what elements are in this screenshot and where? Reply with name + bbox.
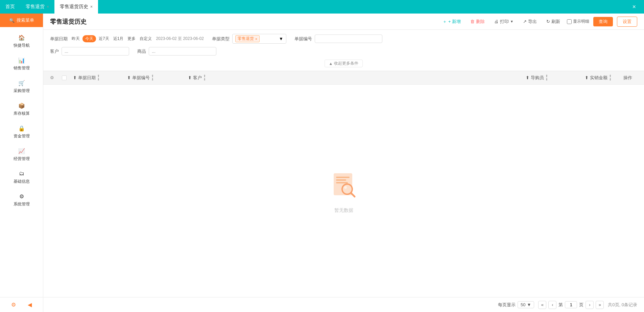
show-detail-label[interactable]: 显示明细 (567, 19, 589, 24)
query-button[interactable]: 查询 (593, 17, 613, 26)
select-all-checkbox[interactable] (62, 75, 67, 80)
refresh-label: 刷新 (551, 19, 560, 25)
refresh-button[interactable]: ↻ 刷新 (544, 17, 563, 26)
sidebar-item-basic-info[interactable]: 🗂 基础信息 (0, 166, 43, 188)
export-label: 导出 (528, 19, 537, 25)
sidebar-item-fund-mgmt[interactable]: 🔒 资金管理 (0, 120, 43, 143)
date-btn-today[interactable]: 今天 (82, 35, 96, 42)
filter-group-bill-type: 单据类型 零售退货 × ▼ (212, 34, 286, 44)
delete-label: 删除 (476, 19, 485, 25)
sidebar-item-sales-mgmt[interactable]: 📊 销售管理 (0, 52, 43, 75)
bill-no-input[interactable] (315, 35, 382, 43)
tab-bar: 首页 零售退货 × 零售退货历史 × (0, 0, 629, 14)
biz-mgmt-icon: 📈 (18, 147, 25, 155)
goods-label: 商品 (137, 48, 146, 54)
bill-type-select[interactable]: 零售退货 × ▼ (232, 34, 286, 44)
tab-retail-return-history-label: 零售退货历史 (60, 4, 88, 10)
filter-group-date: 单据日期 昨天 今天 近7天 近1月 更多 自定义 2023-06-02 至 2… (50, 35, 204, 42)
date-btn-more[interactable]: 更多 (126, 35, 137, 42)
fund-mgmt-icon: 🔒 (18, 125, 25, 132)
page-size-group: 每页显示 50 ▼ (498, 301, 534, 308)
collapse-button[interactable]: ▲ 收起更多条件 (325, 60, 363, 67)
page-word: 页 (579, 302, 583, 308)
first-page-btn[interactable]: « (538, 301, 546, 309)
sidebar-item-sys-mgmt[interactable]: ⚙ 系统管理 (0, 188, 43, 211)
search-icon: 🔍 (9, 18, 15, 23)
page-size-select[interactable]: 50 ▼ (518, 301, 534, 308)
sidebar-item-quick-nav[interactable]: 🏠 快捷导航 (0, 30, 43, 52)
table-settings-icon[interactable]: ⚙ (46, 75, 58, 80)
stock-calc-icon: 📦 (18, 102, 25, 109)
page-title: 零售退货历史 (50, 18, 87, 26)
show-detail-text: 显示明细 (573, 19, 589, 24)
bill-type-tag-close[interactable]: × (255, 37, 257, 41)
sidebar-items: 🏠 快捷导航 📊 销售管理 🛒 采购管理 📦 库存核算 🔒 资金管理 📈 (0, 27, 43, 297)
print-label: 打印 (500, 19, 509, 25)
sidebar-item-stock-calc[interactable]: 📦 库存核算 (0, 98, 43, 120)
set-button[interactable]: 设置 (617, 17, 637, 27)
date-btn-7days[interactable]: 近7天 (97, 35, 111, 42)
bill-no-label: 单据编号 (294, 36, 312, 42)
date-btn-yesterday[interactable]: 昨天 (70, 35, 81, 42)
delete-button[interactable]: 🗑 删除 (468, 17, 487, 26)
page-size-dropdown-icon: ▼ (527, 302, 531, 307)
prev-page-btn[interactable]: ‹ (548, 301, 556, 309)
collapse-footer-icon[interactable]: ◀ (28, 302, 32, 308)
date-quick-btns: 昨天 今天 近7天 近1月 更多 自定义 (70, 35, 153, 42)
sidebar-item-basic-info-label: 基础信息 (14, 179, 30, 184)
sidebar-item-sys-mgmt-label: 系统管理 (14, 201, 30, 207)
tab-home-label: 首页 (5, 4, 15, 10)
sidebar-item-biz-mgmt[interactable]: 📈 经营管理 (0, 143, 43, 166)
print-button[interactable]: 🖨 打印 ▼ (492, 17, 516, 26)
close-retail-return-tab[interactable]: × (47, 4, 49, 9)
close-retail-return-history-tab[interactable]: × (90, 4, 93, 9)
next-page-btn[interactable]: › (586, 301, 594, 309)
th-guide-label: ⬆ 导购员 (526, 75, 544, 81)
sidebar-item-purchase-mgmt-label: 采购管理 (14, 88, 30, 94)
top-bar: 首页 零售退货 × 零售退货历史 × × (0, 0, 644, 14)
svg-rect-1 (336, 177, 350, 178)
tab-retail-return-history[interactable]: 零售退货历史 × (54, 0, 98, 14)
th-guide-sort-icon: ⬆⬇ (545, 74, 548, 81)
th-amount[interactable]: ⬆ 实销金额 ⬆⬇ (574, 74, 614, 81)
customer-input[interactable] (62, 47, 129, 55)
settings-footer-icon[interactable]: ⚙ (11, 302, 16, 308)
print-icon: 🖨 (494, 19, 499, 24)
date-filter-label: 单据日期 (50, 36, 68, 42)
svg-rect-3 (336, 182, 348, 183)
empty-text: 暂无数据 (334, 207, 353, 214)
th-guide[interactable]: ⬆ 导购员 ⬆⬇ (523, 74, 574, 81)
sidebar-footer: ⚙ ◀ (0, 297, 43, 312)
plus-icon: ＋ (443, 19, 447, 25)
table-area: ⚙ ⬆ 单据日期 ⬆⬇ ⬆ 单据编号 ⬆⬇ ⬆ 客户 ⬆⬇ ⬆ 导购员 (43, 71, 644, 297)
th-amount-sort-icon: ⬆⬇ (609, 74, 612, 81)
th-date[interactable]: ⬆ 单据日期 ⬆⬇ (70, 74, 124, 81)
export-icon: ↗ (523, 19, 527, 24)
new-button[interactable]: ＋ + 新增 (440, 17, 463, 26)
table-select-all[interactable] (58, 75, 70, 80)
bill-type-value: 零售退货 (238, 36, 254, 42)
last-page-btn[interactable]: » (596, 301, 604, 309)
th-customer[interactable]: ⬆ 客户 ⬆⬇ (185, 74, 523, 81)
tab-home[interactable]: 首页 (0, 0, 20, 14)
sidebar-item-fund-mgmt-label: 资金管理 (14, 133, 30, 139)
quick-nav-icon: 🏠 (18, 34, 25, 41)
page-num-prefix: 第 (558, 302, 563, 308)
date-btn-custom[interactable]: 自定义 (138, 35, 153, 42)
top-bar-right: × (629, 3, 644, 10)
th-bill-no[interactable]: ⬆ 单据编号 ⬆⬇ (124, 74, 185, 81)
show-detail-checkbox[interactable] (567, 19, 572, 24)
close-window-btn[interactable]: × (629, 3, 639, 10)
date-range-display: 2023-06-02 至 2023-06-02 (156, 36, 204, 42)
date-btn-1month[interactable]: 近1月 (112, 35, 125, 42)
sidebar-search[interactable]: 🔍 搜索菜单 (0, 14, 43, 27)
tab-retail-return[interactable]: 零售退货 × (20, 0, 54, 14)
th-customer-sort-icon: ⬆⬇ (203, 74, 206, 81)
export-button[interactable]: ↗ 导出 (520, 17, 540, 26)
goods-input[interactable] (149, 47, 216, 55)
sidebar-item-purchase-mgmt[interactable]: 🛒 采购管理 (0, 75, 43, 98)
filter-group-goods: 商品 (137, 47, 216, 55)
page-input[interactable] (565, 301, 577, 308)
svg-point-6 (344, 186, 347, 189)
customer-label: 客户 (50, 48, 59, 54)
